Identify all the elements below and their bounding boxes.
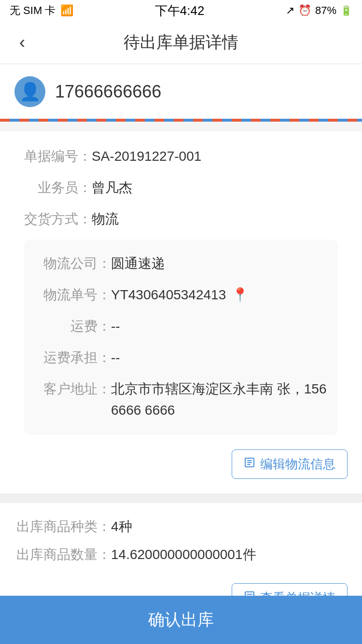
logistics-freight-row: 运费： -- bbox=[34, 316, 328, 337]
user-phone: 17666666666 bbox=[55, 82, 161, 102]
order-no-label: 单据编号： bbox=[14, 146, 92, 168]
goods-quantity-value: 14.620000000000001件 bbox=[111, 546, 348, 564]
delivery-value: 物流 bbox=[92, 209, 348, 230]
salesman-label: 业务员： bbox=[14, 177, 92, 199]
logistics-company-row: 物流公司： 圆通速递 bbox=[34, 253, 328, 275]
logistics-address-value: 北京市市辖区海淀区永丰南 张，156 6666 6666 bbox=[111, 378, 328, 422]
order-no-row: 单据编号： SA-20191227-001 bbox=[14, 146, 348, 168]
goods-quantity-row: 出库商品数量： 14.620000000000001件 bbox=[14, 546, 348, 564]
battery-icon: 🔋 bbox=[340, 5, 352, 16]
user-header: 👤 17666666666 bbox=[0, 65, 362, 119]
order-no-value: SA-20191227-001 bbox=[92, 146, 348, 168]
map-pin-icon[interactable]: 📍 bbox=[232, 284, 249, 306]
avatar: 👤 bbox=[14, 76, 45, 107]
logistics-freight-bear-value: -- bbox=[111, 347, 328, 369]
delivery-label: 交货方式： bbox=[14, 209, 92, 230]
logistics-company-value: 圆通速递 bbox=[111, 253, 328, 275]
delivery-row: 交货方式： 物流 bbox=[14, 209, 348, 230]
back-button[interactable]: ‹ bbox=[14, 28, 30, 57]
order-info-section: 单据编号： SA-20191227-001 业务员： 曾凡杰 交货方式： 物流 … bbox=[0, 131, 362, 493]
goods-types-label: 出库商品种类： bbox=[14, 518, 111, 536]
status-bar: 无 SIM 卡 📶 下午4:42 ↗ ⏰ 87% 🔋 bbox=[0, 0, 362, 21]
edit-icon bbox=[244, 457, 255, 472]
location-status-icon: ↗ bbox=[286, 4, 294, 17]
confirm-outbound-button[interactable]: 确认出库 bbox=[0, 596, 362, 644]
logistics-freight-label: 运费： bbox=[34, 316, 111, 337]
goods-types-value: 4种 bbox=[111, 518, 348, 536]
section-separator bbox=[0, 493, 362, 503]
logistics-freight-bear-label: 运费承担： bbox=[34, 347, 111, 369]
logistics-freight-bear-row: 运费承担： -- bbox=[34, 347, 328, 369]
logistics-address-label: 客户地址： bbox=[34, 378, 111, 400]
goods-types-row: 出库商品种类： 4种 bbox=[14, 518, 348, 536]
logistics-freight-value: -- bbox=[111, 316, 328, 337]
goods-quantity-label: 出库商品数量： bbox=[14, 546, 111, 564]
status-left: 无 SIM 卡 📶 bbox=[10, 3, 73, 18]
confirm-outbound-label: 确认出库 bbox=[148, 609, 214, 631]
status-right: ↗ ⏰ 87% 🔋 bbox=[286, 4, 352, 17]
status-time: 下午4:42 bbox=[155, 2, 205, 19]
logistics-tracking-value: YT4306405342413 📍 bbox=[111, 284, 328, 306]
logistics-address-row: 客户地址： 北京市市辖区海淀区永丰南 张，156 6666 6666 bbox=[34, 378, 328, 422]
edit-logistics-button[interactable]: 编辑物流信息 bbox=[232, 449, 348, 479]
nav-bar: ‹ 待出库单据详情 bbox=[0, 21, 362, 64]
logistics-tracking-row: 物流单号： YT4306405342413 📍 bbox=[34, 284, 328, 306]
battery-text: 87% bbox=[315, 4, 336, 17]
carrier-text: 无 SIM 卡 bbox=[10, 3, 56, 18]
logistics-company-label: 物流公司： bbox=[34, 253, 111, 275]
alarm-icon: ⏰ bbox=[298, 4, 311, 17]
logistics-card: 物流公司： 圆通速递 物流单号： YT4306405342413 📍 运费： -… bbox=[24, 239, 338, 435]
logistics-tracking-label: 物流单号： bbox=[34, 284, 111, 306]
salesman-value: 曾凡杰 bbox=[92, 177, 348, 199]
colored-divider bbox=[0, 119, 362, 122]
edit-logistics-label: 编辑物流信息 bbox=[260, 456, 335, 473]
avatar-icon: 👤 bbox=[19, 82, 41, 102]
wifi-icon: 📶 bbox=[60, 4, 73, 17]
page-title: 待出库单据详情 bbox=[124, 31, 238, 54]
edit-btn-container: 编辑物流信息 bbox=[14, 445, 348, 479]
salesman-row: 业务员： 曾凡杰 bbox=[14, 177, 348, 199]
